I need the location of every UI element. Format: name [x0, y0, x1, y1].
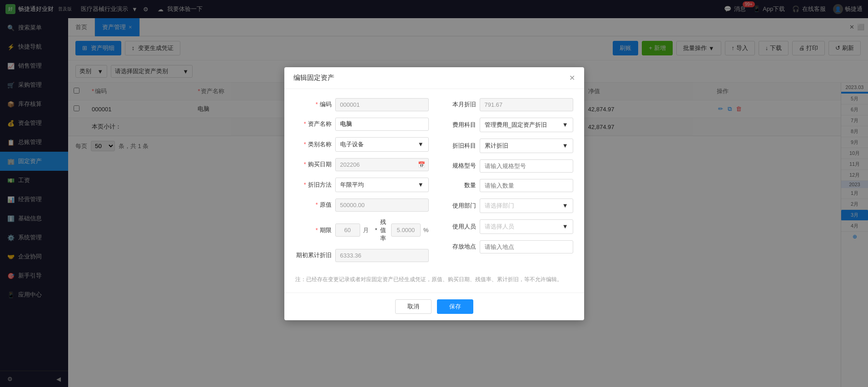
expense-account-select[interactable]: 管理费用_固定资产折旧 ▼	[480, 118, 573, 132]
field-spec: 规格型号	[440, 159, 573, 173]
spec-label: 规格型号	[440, 162, 476, 170]
modal-header: 编辑固定资产 ✕	[284, 67, 584, 89]
name-label: * 资产名称	[295, 120, 332, 128]
field-dept: 使用部门 请选择部门 ▼	[440, 198, 573, 213]
person-dropdown: ▼	[562, 223, 568, 230]
modal-overlay: 编辑固定资产 ✕ * 编码	[0, 0, 868, 387]
dept-label: 使用部门	[440, 202, 476, 210]
quantity-label: 数量	[440, 181, 476, 189]
category-label: * 类别名称	[295, 140, 332, 149]
code-input[interactable]	[335, 98, 429, 111]
dept-select[interactable]: 请选择部门 ▼	[480, 198, 573, 213]
field-name: * 资产名称	[295, 118, 429, 131]
modal-footer: 取消 保存	[284, 293, 584, 320]
field-period: * 期限 月 * 残值率 %	[295, 218, 429, 243]
dept-dropdown: ▼	[562, 202, 568, 209]
person-placeholder: 请选择人员	[485, 223, 514, 231]
save-button[interactable]: 保存	[437, 299, 473, 314]
field-location: 存放地点	[440, 240, 573, 253]
calendar-icon[interactable]: 📅	[418, 161, 425, 168]
depreciation-account-select[interactable]: 累计折旧 ▼	[480, 139, 573, 153]
field-monthly-depreciation: 本月折旧	[440, 98, 573, 111]
modal-note: 注：已经存在变更记录或者对应固定资产已经生成凭证，原值、购买日期、残值率、累计折…	[295, 276, 573, 283]
edit-asset-modal: 编辑固定资产 ✕ * 编码	[284, 67, 584, 320]
field-category: * 类别名称 电子设备 ▼	[295, 137, 429, 152]
purchase-date-input-wrap: 📅	[335, 158, 429, 171]
field-expense-account: 费用科目 管理费用_固定资产折旧 ▼	[440, 118, 573, 132]
field-person: 使用人员 请选择人员 ▼	[440, 219, 573, 234]
original-value-label: * 原值	[295, 201, 332, 209]
name-input[interactable]	[335, 118, 429, 131]
depreciation-account-label: 折旧科目	[440, 142, 476, 150]
initial-accumulated-label: 期初累计折旧	[295, 251, 332, 259]
spec-input[interactable]	[480, 159, 573, 173]
right-col: 本月折旧 费用科目 管理费用_固定资产折旧 ▼	[440, 98, 573, 268]
field-depreciation-account: 折旧科目 累计折旧 ▼	[440, 139, 573, 153]
depreciation-method-select[interactable]: 年限平均 ▼	[335, 178, 429, 192]
location-label: 存放地点	[440, 243, 476, 251]
purchase-date-label: * 购买日期	[295, 160, 332, 169]
expense-account-label: 费用科目	[440, 121, 476, 129]
initial-accumulated-input[interactable]	[335, 249, 429, 262]
field-purchase-date: * 购买日期 📅	[295, 158, 429, 171]
field-depreciation-method: * 折旧方法 年限平均 ▼	[295, 178, 429, 192]
original-value-input[interactable]	[335, 198, 429, 212]
dept-placeholder: 请选择部门	[485, 202, 514, 210]
category-select[interactable]: 电子设备 ▼	[335, 137, 429, 152]
residual-rate-label: 残值率	[380, 218, 388, 243]
field-quantity: 数量	[440, 179, 573, 192]
person-label: 使用人员	[440, 223, 476, 231]
location-input[interactable]	[480, 240, 573, 253]
period-label: * 期限	[295, 226, 332, 234]
monthly-depreciation-input	[480, 98, 573, 111]
field-initial-accumulated: 期初累计折旧	[295, 249, 429, 262]
person-select[interactable]: 请选择人员 ▼	[480, 219, 573, 234]
cancel-button[interactable]: 取消	[395, 299, 432, 314]
left-col: * 编码 * 资产名称	[295, 98, 429, 268]
code-label: * 编码	[295, 100, 332, 109]
modal-body: * 编码 * 资产名称	[284, 89, 584, 293]
category-dropdown-icon: ▼	[418, 141, 424, 148]
monthly-depreciation-label: 本月折旧	[440, 100, 476, 109]
depreciation-account-dropdown: ▼	[562, 142, 568, 149]
period-inputs: 月 * 残值率 %	[335, 218, 429, 243]
depreciation-method-label: * 折旧方法	[295, 181, 332, 189]
period-value-input[interactable]	[335, 223, 360, 237]
residual-rate-input[interactable]	[391, 223, 421, 237]
modal-close-btn[interactable]: ✕	[569, 74, 575, 82]
field-original-value: * 原值	[295, 198, 429, 212]
expense-account-dropdown: ▼	[562, 121, 568, 128]
form-grid: * 编码 * 资产名称	[295, 98, 573, 268]
purchase-date-input[interactable]	[335, 158, 429, 171]
residual-rate-unit: %	[423, 227, 429, 233]
quantity-input[interactable]	[480, 179, 573, 192]
period-unit: 月	[363, 226, 369, 234]
depreciation-method-dropdown: ▼	[418, 181, 424, 188]
modal-title: 编辑固定资产	[293, 74, 334, 82]
field-code: * 编码	[295, 98, 429, 111]
